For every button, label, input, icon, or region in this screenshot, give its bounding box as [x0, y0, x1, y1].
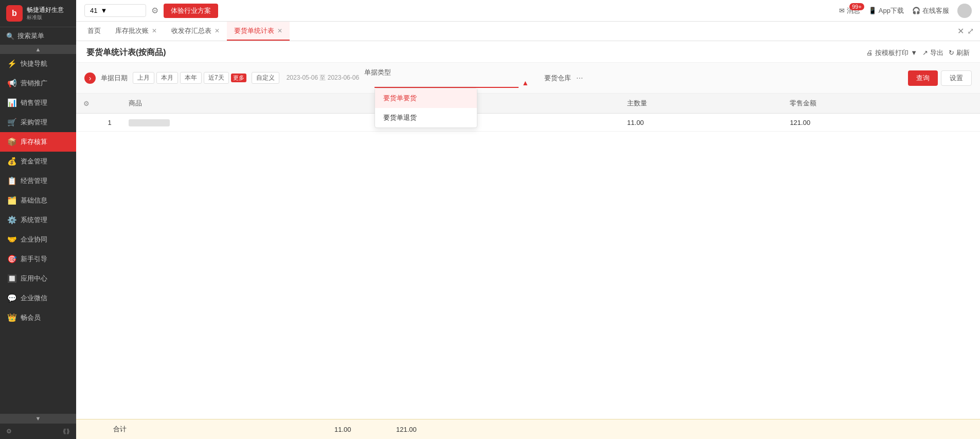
sidebar-item-marketing[interactable]: 📢 营销推广 [0, 74, 76, 93]
sidebar-item-system[interactable]: ⚙️ 系统管理 [0, 210, 76, 230]
user-avatar[interactable] [957, 4, 972, 18]
sidebar-collapse-btn[interactable]: ⟪⟫ [63, 428, 70, 435]
sidebar-settings-icon[interactable]: ⚙ [6, 428, 12, 435]
finance-icon: 💰 [7, 157, 16, 166]
shortcut-this-year[interactable]: 本年 [180, 72, 202, 84]
filter-actions: 查询 设置 [908, 70, 972, 86]
logo-text: 畅捷通好生意 标准版 [27, 6, 64, 21]
quick-nav-icon: ⚡ [7, 59, 16, 68]
store-name: 41 [90, 7, 97, 14]
table-footer: 合计 11.00 121.00 [76, 419, 980, 439]
sidebar-item-quick-nav[interactable]: ⚡ 快捷导航 [0, 54, 76, 74]
date-shortcuts: 上月 本月 本年 近7天 更多 [133, 72, 246, 84]
page-content: 要货单统计表(按商品) 🖨 按模板打印 ▼ ↗ 导出 ↻ 刷新 › [76, 41, 980, 439]
custom-date-btn[interactable]: 自定义 [252, 72, 279, 84]
tab-order-stats[interactable]: 要货单统计表 ✕ [227, 22, 290, 41]
page-header: 要货单统计表(按商品) 🖨 按模板打印 ▼ ↗ 导出 ↻ 刷新 [76, 41, 980, 63]
col-settings-icon[interactable]: ⚙ [83, 100, 90, 107]
inventory-icon: 📦 [7, 137, 16, 147]
sales-icon: 📊 [7, 98, 16, 107]
marketing-icon: 📢 [7, 79, 16, 88]
tabs-close-all-btn[interactable]: ✕ [957, 26, 964, 36]
sidebar-item-operations[interactable]: 📋 经营管理 [0, 171, 76, 191]
col-header-settings[interactable]: ⚙ [76, 94, 97, 114]
shortcut-prev-month[interactable]: 上月 [133, 72, 154, 84]
sidebar-scroll-down[interactable]: ▼ [0, 414, 76, 423]
sidebar-item-wechat[interactable]: 💬 企业微信 [0, 288, 76, 308]
type-filter-dropdown: 要货单要货 要货单退货 [375, 88, 477, 128]
footer-amount: 121.00 [396, 426, 458, 433]
dropdown-item-order-return[interactable]: 要货单退货 [375, 108, 477, 127]
system-icon: ⚙️ [7, 215, 16, 225]
sidebar-item-vip[interactable]: 👑 畅会员 [0, 308, 76, 327]
warehouse-filter-more-btn[interactable]: ··· [576, 74, 583, 83]
refresh-icon: ↻ [949, 49, 954, 57]
export-btn[interactable]: ↗ 导出 [922, 48, 943, 58]
enterprise-icon: 🤝 [7, 235, 16, 244]
store-chevron-icon: ▼ [100, 7, 107, 14]
sidebar-item-enterprise[interactable]: 🤝 企业协同 [0, 230, 76, 249]
row-product-cell [122, 114, 391, 132]
filter-toggle-btn[interactable]: › [84, 72, 96, 84]
row-amount-cell: 121.00 [783, 114, 980, 132]
appstore-icon: 🔲 [7, 274, 16, 283]
sidebar-item-appstore[interactable]: 🔲 应用中心 [0, 269, 76, 288]
export-icon: ↗ [922, 49, 928, 57]
print-btn[interactable]: 🖨 按模板打印 ▼ [866, 48, 917, 58]
query-btn[interactable]: 查询 [908, 70, 938, 86]
row-settings-cell [76, 114, 97, 132]
tabs-expand-btn[interactable]: ⤢ [967, 26, 974, 36]
tabs-bar: 首页 库存批次账 ✕ 收发存汇总表 ✕ 要货单统计表 ✕ ✕ ⤢ [76, 22, 980, 41]
type-filter-input[interactable] [375, 77, 519, 88]
wechat-icon: 💬 [7, 294, 16, 303]
purchase-icon: 🛒 [7, 118, 16, 127]
shortcuts-more-badge[interactable]: 更多 [231, 74, 246, 82]
page-actions: 🖨 按模板打印 ▼ ↗ 导出 ↻ 刷新 [866, 48, 970, 58]
refresh-btn[interactable]: ↻ 刷新 [949, 48, 970, 58]
sidebar-item-inventory[interactable]: 📦 库存核算 [0, 132, 76, 152]
data-table: ⚙ 商品 主计量单位 主数量 零售金额 [76, 94, 980, 132]
tab-receive-summary-close[interactable]: ✕ [215, 27, 220, 34]
sidebar-item-sales[interactable]: 📊 销售管理 [0, 93, 76, 113]
sidebar-item-finance[interactable]: 💰 资金管理 [0, 152, 76, 171]
filter-settings-btn[interactable]: 设置 [941, 70, 972, 86]
sidebar-logo: b 畅捷通好生意 标准版 [0, 0, 76, 27]
tab-receive-summary[interactable]: 收发存汇总表 ✕ [164, 22, 227, 41]
row-index-cell: 1 [97, 114, 122, 132]
sidebar-search-btn[interactable]: 🔍 搜索菜单 [0, 27, 76, 45]
filter-type-section: ▲ 要货单要货 要货单退货 [375, 77, 529, 88]
footer-qty: 11.00 [334, 426, 396, 433]
shortcut-7days[interactable]: 近7天 [204, 72, 229, 84]
sidebar-scroll-up[interactable]: ▲ [0, 45, 76, 54]
page-title: 要货单统计表(按商品) [86, 47, 166, 58]
type-filter-chevron-icon[interactable]: ▲ [522, 79, 529, 87]
topbar-right: ✉ 消息 99+ 📱 App下载 🎧 在线客服 [839, 4, 972, 18]
trial-btn[interactable]: 体验行业方案 [164, 4, 218, 18]
tab-order-stats-close[interactable]: ✕ [277, 27, 282, 34]
print-chevron-icon: ▼ [911, 49, 917, 57]
online-service-btn[interactable]: 🎧 在线客服 [912, 6, 949, 15]
store-selector[interactable]: 41 ▼ [84, 4, 146, 17]
tab-inventory-batch-close[interactable]: ✕ [152, 27, 157, 34]
col-header-product: 商品 [122, 94, 391, 114]
row-qty-cell: 11.00 [621, 114, 783, 132]
product-name-placeholder [129, 119, 170, 126]
phone-icon: 📱 [868, 7, 877, 14]
sidebar-item-guide[interactable]: 🎯 新手引导 [0, 249, 76, 269]
app-download-btn[interactable]: 📱 App下载 [868, 6, 904, 15]
col-header-index [97, 94, 122, 114]
tab-home[interactable]: 首页 [80, 22, 108, 41]
printer-icon: 🖨 [866, 49, 873, 57]
col-header-amount: 零售金额 [783, 94, 980, 114]
topbar-gear-btn[interactable]: ⚙ [151, 6, 158, 15]
sidebar-nav: ⚡ 快捷导航 📢 营销推广 📊 销售管理 🛒 采购管理 📦 库存核算 💰 资金管… [0, 54, 76, 414]
messages-btn[interactable]: ✉ 消息 99+ [839, 6, 860, 15]
sidebar-item-basics[interactable]: 🗂️ 基础信息 [0, 191, 76, 210]
guide-icon: 🎯 [7, 254, 16, 264]
table-row: 1 块 11.00 121.00 [76, 114, 980, 132]
vip-icon: 👑 [7, 313, 16, 322]
dropdown-item-order-goods[interactable]: 要货单要货 [375, 88, 477, 108]
shortcut-this-month[interactable]: 本月 [156, 72, 178, 84]
sidebar-item-purchase[interactable]: 🛒 采购管理 [0, 113, 76, 132]
tab-inventory-batch[interactable]: 库存批次账 ✕ [108, 22, 164, 41]
